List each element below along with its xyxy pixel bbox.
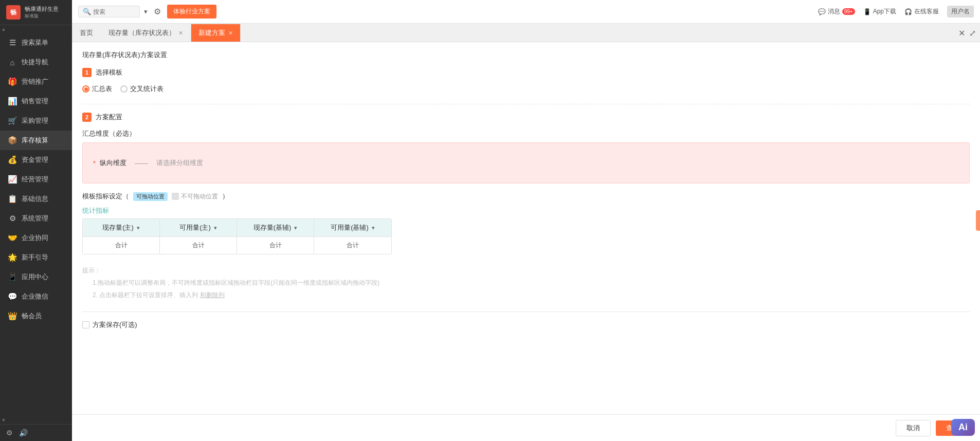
dimension-hint: 请选择分组维度 — [156, 158, 203, 168]
sidebar: 畅 畅康通好生意 标准版 ▲ ☰ 搜索菜单 ⌂ 快捷导航 🎁 营销推广 📊 销售… — [0, 0, 72, 441]
stats-col-3-header[interactable]: 现存量(基辅) ▾ — [237, 219, 314, 236]
user-menu[interactable]: 用户名 — [947, 6, 974, 17]
stats-col-2-header[interactable]: 可用量(主) ▾ — [160, 219, 237, 236]
message-badge: 99+ — [842, 8, 855, 15]
stats-col-4-header[interactable]: 可用量(基辅) ▾ — [314, 219, 391, 236]
col1-chevron[interactable]: ▾ — [137, 225, 140, 231]
sidebar-item-app-center[interactable]: 📱 应用中心 — [0, 267, 72, 287]
volume-icon[interactable]: 🔊 — [19, 429, 28, 437]
sidebar-item-quicknav[interactable]: ⌂ 快捷导航 — [0, 52, 72, 72]
delete-column-link[interactable]: 和删除列 — [200, 291, 225, 299]
sidebar-item-enterprise-wechat[interactable]: 💬 企业微信 — [0, 287, 72, 306]
tab-new-scheme[interactable]: 新建方案 ✕ — [191, 24, 241, 42]
sidebar-item-inventory[interactable]: 📦 库存核算 — [0, 131, 72, 150]
tip-item-2: 2. 点击标题栏下拉可设置排序、插入列 和删除列 — [82, 289, 970, 301]
app-version: 标准版 — [25, 13, 59, 20]
step2-number: 2 — [82, 113, 92, 122]
dropdown-icon[interactable]: ▾ — [144, 8, 148, 15]
footer-bar: 取消 查询 — [72, 414, 980, 441]
sidebar-item-label: 采购管理 — [22, 116, 48, 125]
step1-title: 选择模板 — [96, 68, 122, 77]
radio-crosstab[interactable] — [120, 85, 128, 93]
col2-chevron[interactable]: ▾ — [214, 225, 217, 231]
sidebar-item-label: 经营管理 — [22, 175, 48, 184]
cancel-button[interactable]: 取消 — [896, 420, 931, 436]
sidebar-item-label: 畅会员 — [22, 311, 42, 321]
settings-icon[interactable]: ⚙ — [154, 7, 161, 16]
option-crosstab[interactable]: 交叉统计表 — [120, 84, 164, 94]
sidebar-item-label: 快捷导航 — [22, 58, 48, 67]
stats-header-row: 现存量(主) ▾ 可用量(主) ▾ 现存量(基辅) ▾ — [83, 219, 391, 236]
home-icon: ⌂ — [7, 58, 17, 67]
gear-icon: ⚙ — [7, 214, 17, 223]
crown-icon: 👑 — [7, 311, 17, 321]
scroll-up-btn[interactable]: ▲ — [0, 25, 72, 33]
message-btn[interactable]: 💬 消息 99+ — [818, 7, 855, 16]
dimension-area[interactable]: * 纵向维度 —— 请选择分组维度 — [82, 142, 970, 183]
sidebar-item-purchase[interactable]: 🛒 采购管理 — [0, 111, 72, 131]
radio-summary[interactable] — [82, 85, 89, 93]
tab-new-scheme-close[interactable]: ✕ — [228, 30, 233, 36]
dimension-dash: —— — [135, 159, 148, 167]
sidebar-item-label: 搜索菜单 — [22, 38, 48, 47]
stats-col-1-header[interactable]: 现存量(主) ▾ — [83, 219, 160, 236]
online-service-btn[interactable]: 🎧 在线客服 — [904, 7, 939, 16]
sidebar-item-label: 企业微信 — [22, 292, 48, 301]
close-tab-btn[interactable]: ✕ — [958, 28, 965, 38]
draggable-badge: 可拖动位置 — [133, 192, 168, 201]
content-area: 现存量(库存状况表)方案设置 1 选择模板 汇总表 交叉统计表 — [72, 42, 980, 414]
stats-title: 统计指标 — [82, 206, 970, 215]
step1-number: 1 — [82, 68, 92, 77]
trial-button[interactable]: 体验行业方案 — [167, 5, 216, 19]
headset-icon: 🎧 — [904, 8, 912, 15]
step1-section: 1 选择模板 汇总表 交叉统计表 — [82, 68, 970, 94]
box-icon: 📦 — [7, 136, 17, 145]
sidebar-item-cooperation[interactable]: 🤝 企业协同 — [0, 228, 72, 248]
step2-title: 方案配置 — [96, 113, 122, 122]
dimension-field-label: 纵向维度 — [100, 158, 126, 168]
sidebar-item-system[interactable]: ⚙ 系统管理 — [0, 209, 72, 228]
sidebar-item-basic-info[interactable]: 📋 基础信息 — [0, 189, 72, 209]
sidebar-item-label: 营销推广 — [22, 77, 48, 86]
search-input[interactable] — [93, 8, 134, 15]
stats-table: 现存量(主) ▾ 可用量(主) ▾ 现存量(基辅) ▾ — [82, 218, 392, 254]
sidebar-item-marketing[interactable]: 🎁 营销推广 — [0, 72, 72, 91]
tab-inventory-status[interactable]: 现存量（库存状况表） ✕ — [101, 24, 191, 42]
required-star: * — [93, 159, 96, 167]
tab-new-scheme-label: 新建方案 — [198, 28, 225, 38]
settings-bottom-icon[interactable]: ⚙ — [6, 429, 13, 437]
topbar-search[interactable]: 🔍 — [78, 6, 140, 17]
search-icon: 🔍 — [83, 8, 91, 15]
stats-col-2-data: 合计 — [160, 236, 237, 254]
expand-tab-btn[interactable]: ⤢ — [969, 28, 976, 38]
ai-badge[interactable]: Ai — [951, 419, 975, 436]
tabbar-controls: ✕ ⤢ — [958, 28, 976, 38]
stats-col-3-data: 合计 — [237, 236, 314, 254]
sidebar-item-newbie[interactable]: 🌟 新手引导 — [0, 248, 72, 267]
star-icon: 🌟 — [7, 253, 17, 262]
resize-handle[interactable] — [976, 210, 980, 231]
dimension-section-label: 汇总维度（必选） — [82, 129, 970, 138]
app-download-btn[interactable]: 📱 App下载 — [863, 7, 896, 16]
tab-inventory-close[interactable]: ✕ — [178, 30, 183, 36]
wechat-icon: 💬 — [7, 292, 17, 301]
scroll-down-btn[interactable]: ▼ — [0, 416, 72, 424]
col4-chevron[interactable]: ▾ — [372, 225, 375, 231]
gift-icon: 🎁 — [7, 77, 17, 86]
indicator-label: 模板指标设定（ 可拖动位置 不可拖动位置 ） — [82, 192, 970, 201]
tips-area: 提示： 1.拖动标题栏可以调整布局，不可跨维度或指标区域拖动栏目字段(只能在同一… — [82, 264, 970, 301]
sidebar-item-vip[interactable]: 👑 畅会员 — [0, 306, 72, 326]
sidebar-nav: ☰ 搜索菜单 ⌂ 快捷导航 🎁 营销推广 📊 销售管理 🛒 采购管理 📦 库存核… — [0, 33, 72, 416]
save-checkbox[interactable] — [82, 321, 89, 328]
sidebar-item-operations[interactable]: 📈 经营管理 — [0, 170, 72, 189]
tab-home[interactable]: 首页 — [72, 24, 101, 42]
option-summary[interactable]: 汇总表 — [82, 84, 112, 94]
sidebar-item-search[interactable]: ☰ 搜索菜单 — [0, 33, 72, 52]
col3-chevron[interactable]: ▾ — [294, 225, 297, 231]
sidebar-item-sales[interactable]: 📊 销售管理 — [0, 91, 72, 111]
topbar-right: 💬 消息 99+ 📱 App下载 🎧 在线客服 用户名 — [818, 6, 974, 17]
mobile-icon: 📱 — [7, 272, 17, 282]
sidebar-item-finance[interactable]: 💰 资金管理 — [0, 150, 72, 170]
stats-data-row: 合计 合计 合计 合计 — [83, 236, 391, 254]
stats-col-4-data: 合计 — [314, 236, 391, 254]
